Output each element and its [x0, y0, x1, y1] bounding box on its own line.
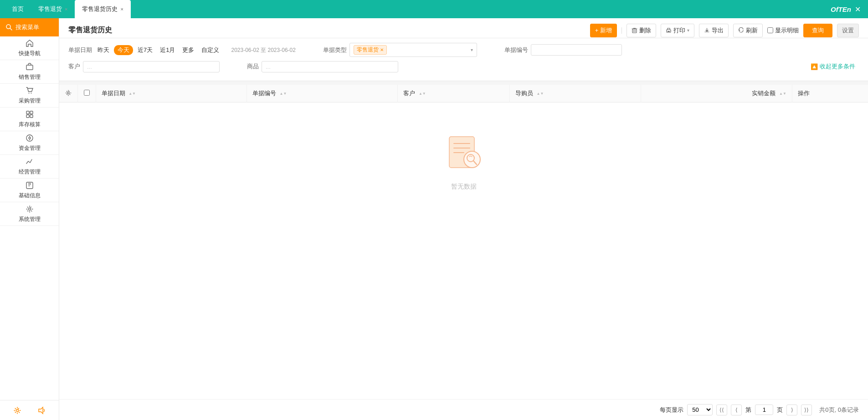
date-btn-yesterday[interactable]: 昨天: [95, 45, 112, 55]
system-icon: [25, 205, 34, 214]
date-btn-more[interactable]: 更多: [180, 45, 197, 55]
print-dropdown-icon[interactable]: ▾: [687, 28, 689, 33]
bill-date-group: 单据日期 昨天 今天 近7天 近1月 更多 自定义: [68, 45, 222, 55]
bill-no-group: 单据编号: [504, 44, 622, 56]
goods-select[interactable]: ...: [262, 61, 398, 72]
svg-point-14: [28, 208, 31, 210]
select-all-checkbox[interactable]: [84, 90, 90, 96]
app-layout: 搜索菜单 快捷导航 销售管理 采购管理 库存核算: [0, 18, 868, 420]
search-icon: [5, 24, 13, 31]
page-next-button[interactable]: ⟩: [786, 405, 797, 415]
home-icon: [25, 39, 34, 48]
th-customer-label: 客户: [403, 90, 415, 97]
svg-marker-16: [39, 407, 43, 414]
bill-type-tag-text: 零售退货: [357, 46, 379, 54]
sort-amount[interactable]: ▲▼: [779, 92, 786, 96]
sidebar-item-system-label: 系统管理: [19, 215, 41, 223]
th-settings: [59, 85, 77, 102]
window-close-icon[interactable]: ✕: [855, 5, 861, 14]
data-table: 单据日期 ▲▼ 单据编号 ▲▼ 客户 ▲▼: [59, 85, 868, 102]
sort-customer[interactable]: ▲▼: [419, 92, 426, 96]
purchase-icon: [25, 86, 34, 95]
page-prev-button[interactable]: ⟨: [731, 405, 742, 415]
tab-retail-return-close[interactable]: ×: [65, 6, 67, 12]
svg-rect-17: [632, 29, 637, 33]
column-settings-icon[interactable]: [65, 90, 72, 96]
bill-type-tag-close[interactable]: ✕: [380, 47, 384, 52]
sort-bill-date[interactable]: ▲▼: [128, 92, 136, 96]
page-size-select[interactable]: 10 20 50 100: [687, 404, 713, 415]
divider-1: [621, 27, 622, 34]
svg-rect-6: [30, 111, 33, 114]
customer-label: 客户: [68, 62, 80, 71]
page-number-input[interactable]: 1: [755, 405, 773, 415]
bill-type-dropdown-icon[interactable]: ▾: [471, 47, 473, 52]
customer-group: 客户 ...: [68, 61, 220, 72]
bill-no-input[interactable]: [531, 44, 622, 56]
date-shortcuts: 昨天 今天 近7天 近1月 更多 自定义: [95, 45, 222, 55]
settings-button[interactable]: 设置: [837, 24, 859, 37]
sidebar-item-finance[interactable]: 资金管理: [0, 131, 59, 155]
sidebar: 搜索菜单 快捷导航 销售管理 采购管理 库存核算: [0, 18, 59, 420]
sidebar-item-inventory[interactable]: 库存核算: [0, 108, 59, 131]
svg-point-20: [67, 92, 69, 94]
top-bar: 首页 零售退货 × 零售退货历史 × OfTEn ✕: [0, 0, 868, 18]
show-detail-checkbox[interactable]: [767, 27, 773, 33]
tab-home[interactable]: 首页: [5, 0, 31, 18]
sidebar-item-operations[interactable]: 经营管理: [0, 155, 59, 179]
query-button[interactable]: 查询: [803, 24, 832, 37]
refresh-icon: [738, 27, 744, 33]
sidebar-item-quick-nav-label: 快捷导航: [19, 50, 41, 57]
print-label: 打印: [673, 26, 685, 35]
date-btn-today[interactable]: 今天: [114, 45, 133, 55]
page-word: 页: [777, 406, 783, 414]
tab-retail-return-history[interactable]: 零售退货历史 ×: [75, 0, 130, 18]
sidebar-item-quick-nav[interactable]: 快捷导航: [0, 36, 59, 60]
sidebar-item-purchase[interactable]: 采购管理: [0, 84, 59, 108]
sidebar-settings-icon[interactable]: [11, 404, 24, 417]
operations-icon: [25, 157, 34, 166]
sidebar-item-basic-info[interactable]: 基础信息: [0, 179, 59, 202]
pagination: 每页显示 10 20 50 100 ⟨⟨ ⟨ 第 1 页 ⟩ ⟩⟩ 共0页, 0…: [59, 399, 868, 420]
bill-type-label: 单据类型: [323, 46, 347, 54]
sidebar-audio-icon[interactable]: [35, 404, 48, 417]
delete-label: 删除: [639, 26, 651, 35]
refresh-button[interactable]: 刷新: [733, 24, 763, 37]
filter-row-1: 单据日期 昨天 今天 近7天 近1月 更多 自定义 2023-06-02 至 2…: [68, 43, 859, 57]
pagination-total: 共0页, 0条记录: [819, 406, 859, 414]
tab-home-label: 首页: [12, 5, 24, 13]
date-btn-custom[interactable]: 自定义: [199, 45, 222, 55]
finance-icon: [25, 133, 34, 143]
table-container: 单据日期 ▲▼ 单据编号 ▲▼ 客户 ▲▼: [59, 85, 868, 420]
bill-date-label: 单据日期: [68, 46, 92, 54]
page-last-button[interactable]: ⟩⟩: [801, 405, 812, 415]
goods-group: 商品 ...: [247, 61, 398, 72]
sidebar-item-sales[interactable]: 销售管理: [0, 60, 59, 84]
sidebar-item-system[interactable]: 系统管理: [0, 202, 59, 226]
delete-button[interactable]: 删除: [627, 24, 656, 37]
date-btn-7days[interactable]: 近7天: [135, 45, 155, 55]
sales-icon: [25, 62, 34, 72]
sidebar-search[interactable]: 搜索菜单: [0, 18, 59, 36]
show-detail-checkbox-label[interactable]: 显示明细: [767, 26, 799, 35]
svg-point-15: [16, 409, 19, 411]
tab-retail-return-history-close[interactable]: ×: [120, 6, 123, 12]
sort-guide[interactable]: ▲▼: [537, 92, 544, 96]
th-bill-date: 单据日期 ▲▼: [96, 85, 247, 102]
tab-retail-return[interactable]: 零售退货 ×: [31, 0, 75, 18]
goods-label: 商品: [247, 62, 259, 71]
sidebar-item-sales-label: 销售管理: [19, 73, 41, 81]
print-button[interactable]: 打印 ▾: [661, 24, 694, 37]
bill-type-select[interactable]: 零售退货 ✕ ▾: [349, 43, 477, 57]
sidebar-search-label: 搜索菜单: [15, 23, 39, 31]
collapse-button[interactable]: 🔼 收起更多条件: [807, 61, 859, 72]
customer-select[interactable]: ...: [83, 61, 220, 72]
new-button[interactable]: + 新增: [590, 24, 617, 37]
date-btn-1month[interactable]: 近1月: [157, 45, 178, 55]
export-button[interactable]: 导出: [699, 24, 729, 37]
sort-bill-no[interactable]: ▲▼: [280, 92, 287, 96]
page-first-button[interactable]: ⟨⟨: [716, 405, 727, 415]
date-range-display: 2023-06-02 至 2023-06-02: [231, 46, 295, 54]
svg-point-25: [464, 151, 480, 168]
th-amount-label: 实销金额: [752, 90, 776, 97]
